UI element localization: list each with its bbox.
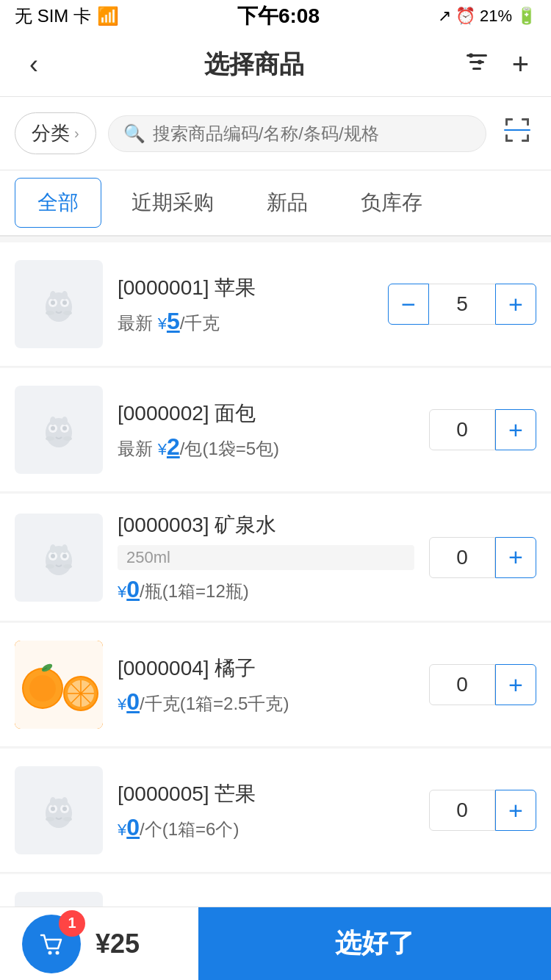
quantity-control-0000001: − + [388,284,536,325]
svg-point-30 [50,417,56,425]
price-value-0000005: 0 [126,814,140,840]
svg-point-58 [62,807,67,811]
scan-icon[interactable] [498,111,536,156]
product-name-0000002: [0000002] 面包 [118,400,414,428]
product-thumb-0000002 [15,386,103,474]
add-icon[interactable]: + [512,48,529,81]
svg-point-62 [62,797,68,806]
search-box[interactable]: 🔍 [108,115,486,152]
svg-point-31 [62,417,68,425]
confirm-button[interactable]: 选好了 [198,907,551,981]
carrier-label: 无 SIM 卡 [15,4,91,28]
product-info-0000001: [0000001] 苹果 最新 ¥5/千克 [118,274,373,335]
product-price-0000003: ¥0/瓶(1箱=12瓶) [118,576,414,603]
filter-icon[interactable] [464,48,490,81]
decrease-button-0000001[interactable]: − [388,284,429,325]
svg-point-23 [46,418,72,447]
tab-new[interactable]: 新品 [244,178,331,228]
battery-label: 21% [480,7,512,26]
bottom-bar: 1 ¥25 选好了 [0,907,551,980]
svg-point-32 [46,546,72,575]
svg-point-18 [62,300,67,305]
cart-total: ¥25 [96,929,140,959]
status-time: 下午6:08 [237,2,320,30]
currency-icon-0000004: ¥ [118,695,126,713]
svg-point-37 [46,564,54,569]
quantity-control-0000002: + [429,409,536,450]
quantity-control-0000005: + [429,790,536,831]
quantity-input-0000001[interactable] [429,284,495,325]
tab-negative[interactable]: 负库存 [338,178,445,228]
product-thumb-0000004 [15,641,103,729]
svg-point-54 [46,799,72,828]
increase-button-0000005[interactable]: + [495,790,536,831]
increase-button-0000003[interactable]: + [495,537,536,578]
product-spec-0000003: 250ml [118,545,414,570]
quantity-input-0000005[interactable] [429,790,495,831]
price-unit-0000005: /个(1箱=6个) [140,819,239,839]
svg-point-21 [50,291,56,300]
svg-point-82 [56,951,60,954]
battery-icon: 🔋 [516,7,536,26]
price-unit-0000003: /瓶(1箱=12瓶) [140,581,249,601]
back-button[interactable]: ‹ [22,42,46,87]
currency-icon-0000005: ¥ [118,821,126,839]
price-unit-0000001: /千克 [180,313,220,333]
product-thumb-0000005 [15,766,103,854]
svg-point-61 [50,797,56,806]
nav-title: 选择商品 [204,48,304,82]
product-item-0000001: [0000001] 苹果 最新 ¥5/千克 − + [0,242,551,367]
svg-point-26 [51,426,55,430]
category-button[interactable]: 分类 › [15,112,96,154]
nav-actions: + [464,48,529,81]
currency-icon-0000003: ¥ [118,583,126,601]
increase-button-0000002[interactable]: + [495,409,536,450]
product-thumb-0000001 [15,260,103,348]
price-value-0000003: 0 [126,576,140,602]
increase-button-0000004[interactable]: + [495,664,536,705]
svg-rect-6 [505,118,508,126]
svg-rect-13 [504,129,530,131]
svg-point-38 [63,564,72,569]
quantity-input-0000004[interactable] [429,664,495,705]
price-value-0000001: 5 [167,308,180,334]
svg-rect-2 [472,68,481,70]
tab-bar: 全部 近期采购 新品 负库存 [0,170,551,237]
quantity-input-0000003[interactable] [429,537,495,578]
svg-point-4 [478,60,482,64]
svg-point-27 [62,426,67,430]
tab-all[interactable]: 全部 [15,178,101,228]
product-item-0000004: [0000004] 橘子 ¥0/千克(1箱=2.5千克) + [0,623,551,747]
product-info-0000003: [0000003] 矿泉水 250ml ¥0/瓶(1箱=12瓶) [118,511,414,603]
wifi-icon: 📶 [97,6,119,26]
increase-button-0000001[interactable]: + [495,284,536,325]
tab-recent[interactable]: 近期采购 [109,178,237,228]
svg-point-20 [63,311,72,315]
quantity-control-0000004: + [429,664,536,705]
price-prefix-0000002: 最新 [118,439,153,458]
svg-point-22 [62,291,68,300]
search-input[interactable] [153,123,471,144]
svg-point-14 [46,292,72,322]
cart-button[interactable]: 1 [22,915,81,973]
product-info-0000002: [0000002] 面包 最新 ¥2/包(1袋=5包) [118,400,414,461]
status-left: 无 SIM 卡 📶 [15,4,119,28]
svg-point-19 [46,311,54,315]
svg-point-17 [51,300,55,305]
svg-rect-10 [505,134,508,142]
product-name-0000005: [0000005] 芒果 [118,780,414,808]
location-icon: ↗ [438,7,451,26]
quantity-input-0000002[interactable] [429,409,495,450]
product-price-0000005: ¥0/个(1箱=6个) [118,814,414,841]
product-info-0000005: [0000005] 芒果 ¥0/个(1箱=6个) [118,780,414,841]
product-item-0000005: [0000005] 芒果 ¥0/个(1箱=6个) + [0,749,551,873]
product-thumb-0000003 [15,514,103,602]
svg-point-36 [62,554,67,558]
alarm-icon: ⏰ [455,7,475,26]
cart-section: 1 ¥25 [0,915,198,973]
product-name-0000003: [0000003] 矿泉水 [118,511,414,539]
filter-bar: 分类 › 🔍 [0,97,551,170]
price-unit-0000004: /千克(1箱=2.5千克) [140,693,289,713]
nav-bar: ‹ 选择商品 + [0,32,551,97]
svg-rect-12 [527,134,529,142]
